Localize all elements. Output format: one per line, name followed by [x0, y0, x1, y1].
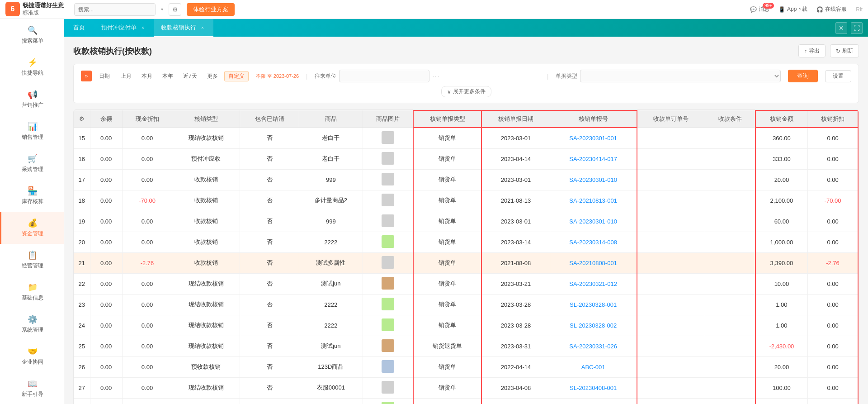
sidebar-item-label: 快捷导航 [22, 69, 43, 77]
app-download-btn[interactable]: 📱 App下载 [778, 5, 807, 13]
th-verify-type: 核销类型 [172, 110, 240, 128]
td-verify-type: 收款核销 [172, 252, 240, 273]
quick-icon: ⚡ [28, 57, 38, 67]
td-discount: 0.00 [808, 273, 858, 294]
industry-btn[interactable]: 体验行业方案 [187, 3, 235, 16]
sidebar-item-quick[interactable]: ⚡ 快捷导航 [0, 51, 64, 83]
sidebar-item-guide[interactable]: 📖 新手引导 [0, 372, 64, 404]
gear-icon[interactable]: ⚙ [169, 3, 181, 16]
export-btn[interactable]: ↑ 导出 [798, 44, 826, 57]
tab-close-prepay[interactable]: × [139, 24, 146, 31]
date-opt-7days[interactable]: 近7天 [179, 71, 201, 81]
tab-home[interactable]: 首页 [64, 19, 94, 37]
td-index: 20 [74, 232, 90, 252]
td-condition [705, 148, 755, 169]
td-included: 否 [240, 252, 299, 273]
td-goods-img [363, 315, 413, 336]
th-settings[interactable]: ⚙ [74, 110, 90, 128]
td-report-type: 销货退货单 [413, 336, 482, 356]
td-cash-discount: 0.00 [122, 148, 172, 169]
td-goods-img [363, 294, 413, 315]
chevron-down-icon[interactable]: ▾ [161, 7, 163, 12]
td-condition [705, 273, 755, 294]
td-cash-discount: 0.00 [122, 232, 172, 252]
date-opt-last-month[interactable]: 上月 [117, 71, 135, 81]
th-discount: 核销折扣 [808, 110, 858, 128]
td-verify-type: 现结收款核销 [172, 336, 240, 356]
date-opt-custom[interactable]: 自定义 [224, 71, 249, 81]
bill-type-select[interactable] [580, 70, 781, 82]
search-icon: 🔍 [28, 25, 38, 35]
td-goods-img [363, 398, 413, 404]
report-no-link[interactable]: SA-20210813-001 [569, 197, 617, 204]
report-no-link[interactable]: SA-20210808-001 [569, 260, 617, 266]
product-image [382, 235, 394, 248]
report-no-link[interactable]: SL-20230328-001 [570, 301, 617, 308]
td-cash-discount: 0.00 [122, 211, 172, 232]
sidebar-item-label: 新手引导 [22, 390, 43, 398]
report-no-link[interactable]: SA-20230321-012 [569, 280, 617, 287]
td-balance: 0.00 [90, 377, 122, 398]
product-image [382, 339, 394, 352]
date-opt-this-month[interactable]: 本月 [138, 71, 156, 81]
td-index: 25 [74, 336, 90, 356]
td-cash-discount: -70.00 [122, 190, 172, 211]
report-no-link[interactable]: SL-20230328-002 [570, 322, 617, 329]
refresh-btn[interactable]: ↻ 刷新 [830, 44, 859, 57]
report-no-link[interactable]: SA-20230314-008 [569, 239, 617, 246]
page-content: 收款核销执行(按收款) ↑ 导出 ↻ 刷新 » 日期 [64, 37, 868, 404]
close-all-btn[interactable]: ✕ [835, 22, 847, 34]
sidebar-item-collab[interactable]: 🤝 企业协同 [0, 340, 64, 372]
td-goods: 测试多属性 [299, 252, 363, 273]
tab-close-verify[interactable]: × [199, 24, 206, 31]
product-image [382, 214, 394, 227]
sidebar-item-inventory[interactable]: 🏪 库存核算 [0, 180, 64, 212]
online-service-btn[interactable]: 🎧 在线客服 [816, 5, 847, 13]
td-goods-img [363, 273, 413, 294]
td-discount: -2.76 [808, 252, 858, 273]
sidebar-item-sales[interactable]: 📊 销售管理 [0, 115, 64, 147]
td-report-no: ABC-001 [550, 356, 637, 377]
report-no-link[interactable]: SA-20230331-026 [569, 343, 617, 350]
td-cash-discount: 0.00 [122, 336, 172, 356]
td-condition [705, 315, 755, 336]
sidebar-item-finance[interactable]: 💰 资金管理 [0, 212, 64, 244]
sidebar-item-system[interactable]: ⚙️ 系统管理 [0, 308, 64, 340]
td-report-no: SA-20230301-010 [550, 211, 637, 232]
report-no-link[interactable]: SA-20230301-010 [569, 218, 617, 225]
settings-btn[interactable]: 设置 [825, 70, 851, 82]
sidebar-item-marketing[interactable]: 📢 营销推广 [0, 83, 64, 115]
td-verify-type: 预付冲应收 [172, 148, 240, 169]
sidebar-item-operation[interactable]: 📋 经营管理 [0, 244, 64, 276]
sidebar-item-label: 经营管理 [22, 262, 43, 270]
sidebar-item-purchase[interactable]: 🛒 采购管理 [0, 147, 64, 180]
date-opt-more[interactable]: 更多 [203, 71, 222, 81]
td-order-no [637, 273, 705, 294]
td-report-type: 销货单 [413, 398, 482, 404]
query-btn[interactable]: 查询 [788, 70, 818, 82]
td-report-type: 销货单 [413, 232, 482, 252]
sidebar-item-search[interactable]: 🔍 搜索菜单 [0, 19, 64, 51]
report-no-link[interactable]: ABC-001 [581, 364, 605, 371]
filter-expand-btn[interactable]: » [81, 71, 92, 81]
sales-icon: 📊 [28, 122, 38, 132]
td-included: 否 [240, 336, 299, 356]
td-report-date: 2023-03-31 [481, 336, 550, 356]
tab-verify[interactable]: 收款核销执行 × [154, 19, 213, 37]
date-opt-this-year[interactable]: 本年 [159, 71, 177, 81]
message-btn[interactable]: 💬 消息 99+ [750, 5, 769, 13]
sidebar-item-label: 系统管理 [22, 326, 43, 334]
td-balance: 0.00 [90, 232, 122, 252]
sidebar-item-base[interactable]: 📁 基础信息 [0, 276, 64, 308]
search-input[interactable] [74, 3, 156, 16]
report-no-link[interactable]: SL-20230408-001 [570, 385, 617, 391]
td-report-type: 销货单 [413, 190, 482, 211]
counterparty-input[interactable] [339, 70, 429, 82]
report-no-link[interactable]: SA-20230301-001 [569, 135, 617, 142]
report-no-link[interactable]: SA-20230301-010 [569, 176, 617, 183]
expand-conditions-btn[interactable]: ∨ 展开更多条件 [441, 86, 491, 97]
maximize-btn[interactable]: ⛶ [851, 22, 863, 34]
td-amount: 20.00 [755, 356, 808, 377]
report-no-link[interactable]: SA-20230414-017 [569, 156, 617, 162]
tab-prepay[interactable]: 预付冲应付单 × [94, 19, 154, 37]
